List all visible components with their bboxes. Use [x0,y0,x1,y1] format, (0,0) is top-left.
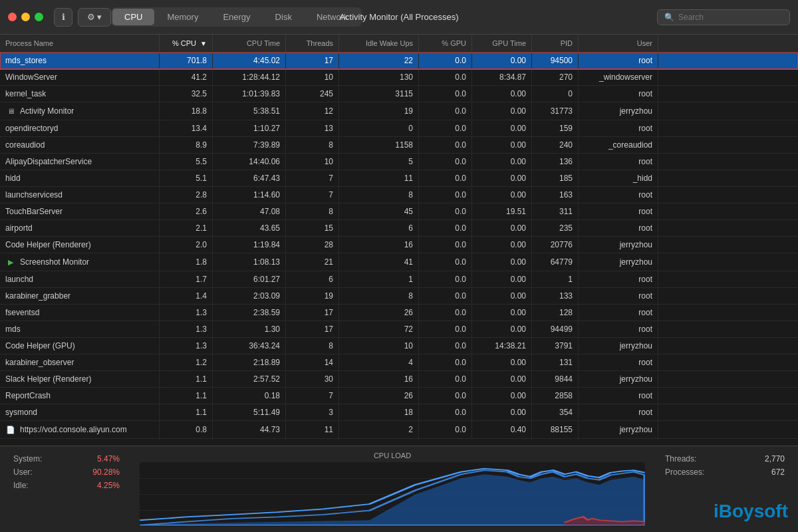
table-row[interactable]: AlipayDispatcherService 5.5 14:40.06 10 … [0,154,798,170]
col-cpu[interactable]: % CPU ▼ [160,35,213,52]
col-cpu-time[interactable]: CPU Time [213,35,286,52]
col-process-name[interactable]: Process Name [0,35,160,52]
cell-pid: 159 [532,120,579,136]
table-row[interactable]: coreaudiod 8.9 7:39.89 8 1158 0.0 0.00 2… [0,137,798,154]
col-idle-wake[interactable]: Idle Wake Ups [339,35,419,52]
col-gpu[interactable]: % GPU [419,35,472,52]
minimize-button[interactable] [21,13,30,21]
cell-user: jerryzhou [579,439,658,440]
table-row[interactable]: ▶ Screenshot Monitor 1.8 1:08.13 21 41 0… [0,253,798,271]
col-user[interactable]: User [579,35,658,52]
table-row[interactable]: kernel_task 32.5 1:01:39.83 245 3115 0.0… [0,86,798,102]
table-row[interactable]: 📄 https://vod.console.aliyun.com 0.8 44.… [0,421,798,439]
cell-gpu: 0.0 [419,120,472,136]
cell-idle-wake: 16 [339,371,419,387]
table-row[interactable]: sysmond 1.1 5:11.49 3 18 0.0 0.00 354 ro… [0,404,798,421]
table-row[interactable]: opendirectoryd 13.4 1:10.27 13 0 0.0 0.0… [0,120,798,137]
cell-gpu: 0.0 [419,86,472,102]
cell-name: Code Helper (GPU) [0,338,160,354]
process-name: opendirectoryd [5,124,58,133]
cell-pid: 240 [532,137,579,153]
search-box[interactable]: 🔍 [657,9,790,25]
cell-user: _coreaudiod [579,137,658,153]
cell-gpu: 0.0 [419,421,472,438]
table-row[interactable]: airportd 2.1 43.65 15 6 0.0 0.00 235 roo… [0,220,798,237]
table-row[interactable]: WindowServer 41.2 1:28:44.12 10 130 0.0 … [0,69,798,86]
table-rows[interactable]: mds_stores 701.8 4:45.02 17 22 0.0 0.00 … [0,53,798,440]
search-input[interactable] [678,13,783,22]
table-row[interactable]: TouchBarServer 2.6 47.08 8 45 0.0 19.51 … [0,203,798,220]
cell-cpu: 1.3 [160,321,213,337]
cell-gpu-time: 0.00 [472,271,532,287]
cell-idle-wake: 1158 [339,137,419,153]
cell-threads: 10 [286,69,339,85]
cell-name: 🖥 Activity Monitor [0,102,160,120]
process-name: mds_stores [5,56,47,65]
process-name: karabiner_grabber [5,291,70,301]
cell-threads: 21 [286,253,339,271]
table-row[interactable]: mds_stores 701.8 4:45.02 17 22 0.0 0.00 … [0,53,798,69]
cell-name: Code Helper (Renderer) [0,237,160,253]
table-row[interactable]: hidd 5.1 6:47.43 7 11 0.0 0.00 185 _hidd [0,170,798,187]
table-row[interactable]: Code Helper (GPU) 1.3 36:43.24 8 10 0.0 … [0,338,798,354]
cell-gpu-time: 19.51 [472,203,532,219]
cell-idle-wake: 8 [339,288,419,304]
cell-threads: 7 [286,187,339,203]
table-row[interactable]: mds 1.3 1.30 17 72 0.0 0.00 94499 root [0,321,798,338]
close-button[interactable] [8,13,17,21]
table-row[interactable]: distnoted 0.8 1:05.37 3 2 0.0 0.00 384 j… [0,439,798,440]
table-row[interactable]: Slack Helper (Renderer) 1.1 2:57.52 30 1… [0,371,798,388]
cell-user: jerryzhou [579,338,658,354]
cell-name: fseventsd [0,305,160,321]
cell-gpu: 0.0 [419,237,472,253]
maximize-button[interactable] [35,13,43,21]
table-row[interactable]: launchd 1.7 6:01.27 6 1 0.0 0.00 1 root [0,271,798,288]
tab-memory[interactable]: Memory [155,9,210,25]
cell-cpu: 0.8 [160,439,213,440]
col-gpu-time[interactable]: GPU Time [472,35,532,52]
cell-cpu: 1.4 [160,288,213,304]
cell-cpu: 1.7 [160,271,213,287]
process-name: ReportCrash [5,391,51,400]
cell-idle-wake: 1 [339,271,419,287]
cell-threads: 10 [286,154,339,170]
cell-name: distnoted [0,439,160,440]
cell-idle-wake: 5 [339,154,419,170]
tab-cpu[interactable]: CPU [112,9,154,25]
tab-disk[interactable]: Disk [263,9,304,25]
cell-user: _hidd [579,170,658,186]
cell-user: _windowserver [579,69,658,85]
info-button[interactable]: ℹ [54,8,72,27]
cell-idle-wake: 2 [339,421,419,438]
gear-button[interactable]: ⚙ ▾ [78,8,111,27]
cell-threads: 28 [286,237,339,253]
table-row[interactable]: ReportCrash 1.1 0.18 7 26 0.0 0.00 2858 … [0,388,798,404]
cell-gpu-time: 0.00 [472,439,532,440]
cell-threads: 15 [286,220,339,236]
table-row[interactable]: launchservicesd 2.8 1:14.60 7 8 0.0 0.00… [0,187,798,203]
cell-pid: 94499 [532,321,579,337]
cell-cpu-time: 5:38.51 [213,102,286,120]
cell-idle-wake: 6 [339,220,419,236]
system-row: System: 5.47% [13,454,120,464]
cell-pid: 311 [532,203,579,219]
table-row[interactable]: fseventsd 1.3 2:38.59 17 26 0.0 0.00 128… [0,305,798,321]
cell-user: root [579,220,658,236]
tab-energy[interactable]: Energy [211,9,262,25]
col-pid[interactable]: PID [532,35,579,52]
cell-cpu-time: 2:18.89 [213,354,286,370]
cell-user: root [579,53,658,68]
cell-name: AlipayDispatcherService [0,154,160,170]
cell-threads: 8 [286,338,339,354]
cell-cpu-time: 1:14.60 [213,187,286,203]
cell-cpu-time: 44.73 [213,421,286,438]
table-row[interactable]: karabiner_grabber 1.4 2:03.09 19 8 0.0 0… [0,288,798,305]
col-threads[interactable]: Threads [286,35,339,52]
table-row[interactable]: 🖥 Activity Monitor 18.8 5:38.51 12 19 0.… [0,102,798,120]
cell-cpu-time: 1:01:39.83 [213,86,286,102]
table-row[interactable]: Code Helper (Renderer) 2.0 1:19.84 28 16… [0,237,798,253]
table-row[interactable]: karabiner_observer 1.2 2:18.89 14 4 0.0 … [0,354,798,371]
cell-cpu-time: 6:01.27 [213,271,286,287]
cell-gpu-time: 0.00 [472,154,532,170]
process-name: airportd [5,223,33,233]
